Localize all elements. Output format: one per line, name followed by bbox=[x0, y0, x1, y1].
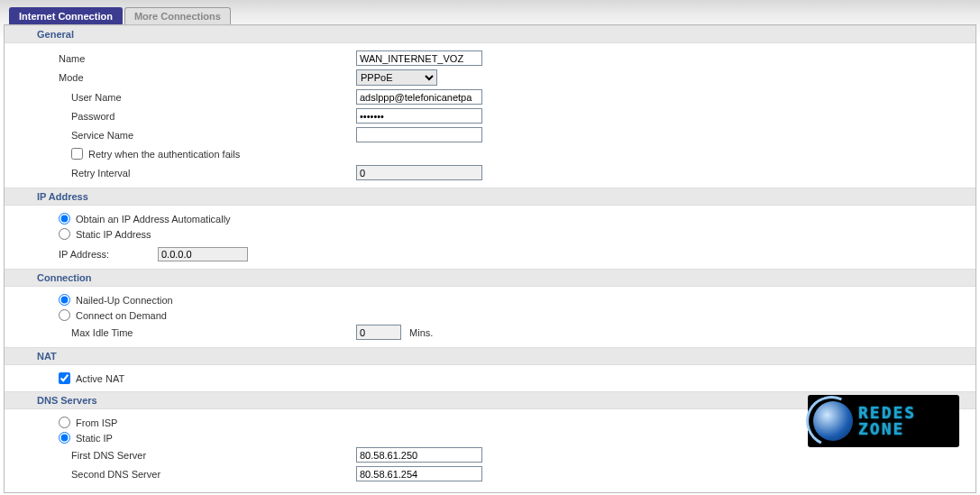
conn-nailed-radio[interactable] bbox=[59, 294, 70, 306]
retry-interval-label: Retry Interval bbox=[59, 168, 356, 179]
service-name-input[interactable] bbox=[356, 127, 482, 142]
name-input[interactable] bbox=[356, 50, 482, 66]
username-input[interactable] bbox=[356, 89, 482, 105]
password-input[interactable] bbox=[356, 108, 482, 124]
max-idle-input bbox=[356, 325, 401, 340]
max-idle-unit: Mins. bbox=[409, 327, 433, 338]
section-general-body: Name Mode PPPoE User Name Password Servi… bbox=[5, 43, 975, 188]
dns-isp-label: From ISP bbox=[76, 417, 117, 428]
dns-isp-radio[interactable] bbox=[59, 417, 70, 428]
retry-interval-input bbox=[356, 165, 482, 180]
max-idle-label: Max Idle Time bbox=[59, 327, 356, 338]
button-bar: Apply Reset Advanced Setup bbox=[5, 489, 975, 493]
second-dns-input[interactable] bbox=[356, 466, 482, 481]
section-nat-header: NAT bbox=[5, 347, 975, 365]
ip-auto-label: Obtain an IP Address Automatically bbox=[76, 214, 231, 225]
section-connection-body: Nailed-Up Connection Connect on Demand M… bbox=[5, 287, 975, 347]
section-connection-header: Connection bbox=[5, 269, 975, 287]
service-name-label: Service Name bbox=[59, 130, 356, 141]
ip-address-input bbox=[158, 247, 248, 261]
username-label: User Name bbox=[59, 92, 356, 103]
section-ip-header: IP Address bbox=[5, 188, 975, 206]
conn-demand-label: Connect on Demand bbox=[76, 310, 167, 321]
first-dns-label: First DNS Server bbox=[59, 450, 356, 461]
name-label: Name bbox=[59, 53, 356, 64]
second-dns-label: Second DNS Server bbox=[59, 469, 356, 480]
ip-auto-radio[interactable] bbox=[59, 213, 70, 225]
globe-icon bbox=[813, 401, 853, 441]
mode-label: Mode bbox=[59, 72, 356, 83]
active-nat-checkbox[interactable] bbox=[59, 372, 70, 384]
dns-static-radio[interactable] bbox=[59, 432, 70, 444]
retry-auth-label: Retry when the authentication fails bbox=[88, 149, 240, 160]
section-general-header: General bbox=[5, 25, 975, 43]
retry-auth-checkbox[interactable] bbox=[71, 148, 83, 160]
active-nat-label: Active NAT bbox=[76, 373, 124, 384]
section-ip-body: Obtain an IP Address Automatically Stati… bbox=[5, 206, 975, 269]
section-nat-body: Active NAT bbox=[5, 365, 975, 391]
logo-text: REDES ZONE bbox=[858, 405, 916, 437]
redeszone-logo: REDES ZONE bbox=[808, 395, 959, 447]
mode-select[interactable]: PPPoE bbox=[356, 69, 437, 86]
ip-static-radio[interactable] bbox=[59, 228, 70, 240]
dns-static-label: Static IP bbox=[76, 433, 113, 444]
ip-address-label: IP Address: bbox=[59, 249, 158, 260]
ip-static-label: Static IP Address bbox=[76, 229, 151, 240]
conn-demand-radio[interactable] bbox=[59, 309, 70, 321]
tab-internet-connection[interactable]: Internet Connection bbox=[9, 7, 123, 24]
password-label: Password bbox=[59, 111, 356, 122]
tab-more-connections[interactable]: More Connections bbox=[124, 7, 231, 24]
first-dns-input[interactable] bbox=[356, 447, 482, 463]
tab-bar: Internet Connection More Connections bbox=[0, 0, 980, 24]
conn-nailed-label: Nailed-Up Connection bbox=[76, 295, 173, 306]
main-panel: General Name Mode PPPoE User Name Passwo… bbox=[4, 24, 976, 493]
